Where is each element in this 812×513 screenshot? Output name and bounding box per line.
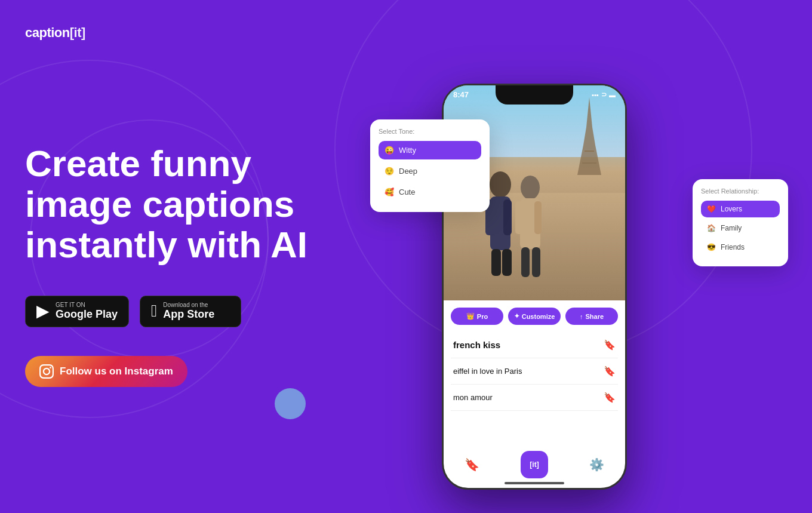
bookmark-icon-1[interactable]: 🔖 xyxy=(604,339,616,351)
svg-point-11 xyxy=(521,176,540,199)
home-indicator xyxy=(505,482,564,484)
instagram-label: Follow us on Instagram xyxy=(60,365,173,377)
caption-item-1[interactable]: french kiss 🔖 xyxy=(451,332,618,358)
tone-witty-icon: 😜 xyxy=(385,146,394,155)
svg-rect-16 xyxy=(532,247,540,277)
svg-marker-0 xyxy=(586,97,592,127)
bookmark-icon-3[interactable]: 🔖 xyxy=(604,392,616,403)
svg-rect-15 xyxy=(521,247,530,277)
nav-logo-text: [it] xyxy=(530,460,539,469)
phone-area: Select Tone: 😜 Witty 😌 Deep 🥰 Cute Selec… xyxy=(370,48,788,513)
google-play-icon: ▶ xyxy=(36,303,50,320)
left-content: Create funny image captions instantly wi… xyxy=(25,143,383,387)
svg-point-5 xyxy=(490,171,511,198)
rel-friends[interactable]: 😎 Friends xyxy=(701,239,780,256)
rel-lovers[interactable]: ❤️ Lovers xyxy=(701,201,780,217)
svg-marker-2 xyxy=(577,145,601,175)
crown-icon: 👑 xyxy=(466,312,475,320)
nav-bookmark-icon[interactable]: 🔖 xyxy=(465,457,479,472)
google-play-label-big: Google Play xyxy=(56,308,118,321)
rel-family-icon: 🏠 xyxy=(707,224,716,232)
tone-deep-icon: 😌 xyxy=(385,167,394,176)
wifi-icon: ⊃ xyxy=(601,91,607,99)
svg-marker-1 xyxy=(583,127,595,145)
rel-friends-label: Friends xyxy=(721,243,745,251)
phone-time: 8:47 xyxy=(453,90,469,99)
tone-witty-label: Witty xyxy=(399,146,416,155)
headline-line3: instantly with AI xyxy=(25,225,383,265)
share-label: Share xyxy=(585,313,604,320)
nav-settings-icon[interactable]: ⚙️ xyxy=(589,457,604,472)
pro-label: Pro xyxy=(477,313,488,320)
svg-rect-14 xyxy=(534,201,542,234)
svg-rect-10 xyxy=(502,249,512,276)
headline: Create funny image captions instantly wi… xyxy=(25,143,383,266)
caption-text-3: mon amour xyxy=(453,393,493,402)
google-play-label-small: GET IT ON xyxy=(56,302,118,308)
phone-nav: 🔖 [it] ⚙️ xyxy=(444,451,625,478)
pro-button[interactable]: 👑 Pro xyxy=(451,308,503,325)
store-buttons: ▶ GET IT ON Google Play  Download on th… xyxy=(25,296,383,328)
headline-line2: image captions xyxy=(25,184,383,225)
relationship-panel: Select Relationship: ❤️ Lovers 🏠 Family … xyxy=(693,179,788,266)
rel-friends-icon: 😎 xyxy=(707,243,716,251)
phone-status-bar: 8:47 ▪▪▪ ⊃ ▬ xyxy=(453,90,616,99)
rel-family-label: Family xyxy=(721,224,742,232)
tone-cute-label: Cute xyxy=(399,188,415,196)
phone-status-icons: ▪▪▪ ⊃ ▬ xyxy=(592,91,616,99)
app-store-label-small: Download on the xyxy=(163,302,214,308)
bookmark-icon-2[interactable]: 🔖 xyxy=(604,365,616,377)
phone-bottom: 👑 Pro ✦ Customize ↑ Share french kiss 🔖 xyxy=(444,300,625,488)
tone-deep-label: Deep xyxy=(399,167,417,176)
share-button[interactable]: ↑ Share xyxy=(565,308,618,325)
customize-icon: ✦ xyxy=(514,312,519,320)
caption-text-1: french kiss xyxy=(453,340,500,350)
eiffel-tower xyxy=(571,97,607,177)
svg-rect-9 xyxy=(491,249,501,276)
google-play-button[interactable]: ▶ GET IT ON Google Play xyxy=(25,296,129,328)
svg-rect-13 xyxy=(515,201,522,234)
tone-deep[interactable]: 😌 Deep xyxy=(379,162,481,180)
tone-witty[interactable]: 😜 Witty xyxy=(379,141,481,159)
logo: caption[it] xyxy=(25,25,85,41)
caption-item-3[interactable]: mon amour 🔖 xyxy=(451,385,618,411)
tone-panel: Select Tone: 😜 Witty 😌 Deep 🥰 Cute xyxy=(370,119,490,212)
tone-panel-title: Select Tone: xyxy=(379,128,481,135)
app-store-text: Download on the App Store xyxy=(163,302,214,321)
app-store-button[interactable]:  Download on the App Store xyxy=(140,296,241,328)
action-buttons: 👑 Pro ✦ Customize ↑ Share xyxy=(451,308,618,325)
tone-cute[interactable]: 🥰 Cute xyxy=(379,183,481,201)
apple-icon:  xyxy=(151,303,157,320)
rel-lovers-icon: ❤️ xyxy=(707,205,716,213)
rel-lovers-label: Lovers xyxy=(721,205,742,213)
caption-text-2: eiffel in love in Paris xyxy=(453,367,522,376)
google-play-text: GET IT ON Google Play xyxy=(56,302,118,321)
caption-item-2[interactable]: eiffel in love in Paris 🔖 xyxy=(451,358,618,385)
tone-cute-icon: 🥰 xyxy=(385,188,394,196)
app-store-label-big: App Store xyxy=(163,308,214,321)
svg-rect-8 xyxy=(503,199,512,235)
relationship-panel-title: Select Relationship: xyxy=(701,188,780,195)
caption-list: french kiss 🔖 eiffel in love in Paris 🔖 … xyxy=(451,332,618,411)
signal-icon: ▪▪▪ xyxy=(592,91,599,99)
instagram-button[interactable]: Follow us on Instagram xyxy=(25,356,187,387)
customize-button[interactable]: ✦ Customize xyxy=(508,308,561,325)
logo-bracket: [it] xyxy=(70,25,85,40)
share-icon: ↑ xyxy=(580,313,583,320)
instagram-icon xyxy=(39,364,54,379)
headline-line1: Create funny xyxy=(25,143,383,184)
customize-label: Customize xyxy=(522,313,555,320)
rel-family[interactable]: 🏠 Family xyxy=(701,220,780,236)
nav-logo[interactable]: [it] xyxy=(521,451,548,478)
battery-icon: ▬ xyxy=(609,91,616,99)
blue-dot xyxy=(275,388,306,419)
